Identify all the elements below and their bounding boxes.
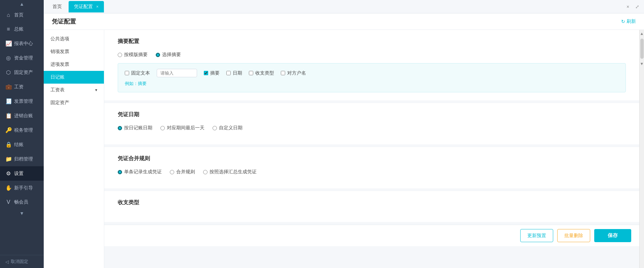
fixed-text-checkbox[interactable]	[125, 71, 129, 75]
summary-config-title: 摘要配置	[118, 38, 626, 45]
scrollbar: ▲ ▼	[639, 30, 644, 268]
left-nav-payroll[interactable]: 工资表 ▾	[44, 84, 104, 96]
voucher-date-custom[interactable]: 自定义日期	[213, 125, 242, 131]
sidebar-unpin-button[interactable]: ◁ 取消固定	[0, 255, 44, 268]
voucher-date-radio-group: 按日记账日期 对应期间最后一天 自定义日期	[118, 125, 626, 131]
left-nav-public[interactable]: 公共选项	[44, 33, 104, 45]
save-button[interactable]: 保存	[594, 229, 631, 242]
voucher-date-title: 凭证日期	[118, 111, 626, 118]
merge-rule-option[interactable]: 合并规则	[170, 169, 195, 175]
voucher-date-journal[interactable]: 按日记账日期	[118, 125, 152, 131]
merge-single-record[interactable]: 单条记录生成凭证	[118, 169, 162, 175]
sidebar-item-payroll[interactable]: 💼 工资	[0, 80, 44, 94]
tab-home[interactable]: 首页	[47, 1, 67, 12]
ledger-icon: ≡	[5, 26, 11, 32]
close-account-icon: 🔒	[5, 141, 11, 148]
sidebar-scroll-up[interactable]: ▲	[0, 0, 44, 8]
member-icon: V	[5, 199, 11, 205]
merge-selected-summary[interactable]: 按照选择汇总生成凭证	[203, 169, 257, 175]
tab-voucher-config[interactable]: 凭证配置 ×	[69, 1, 104, 12]
merge-rules-radio-group: 单条记录生成凭证 合并规则 按照选择汇总生成凭证	[118, 169, 626, 175]
refresh-button[interactable]: ↻ 刷新	[621, 18, 636, 25]
content-layout: 公共选项 销项发票 进项发票 日记账 工资表 ▾ 固定资产	[44, 30, 644, 268]
income-type-title: 收支类型	[118, 199, 626, 206]
sidebar-item-purchase[interactable]: 📋 进销台账	[0, 108, 44, 123]
sidebar-item-invoice[interactable]: 🧾 发票管理	[0, 94, 44, 108]
date-checkbox[interactable]	[226, 71, 231, 75]
summary-config-section: 摘要配置 按模版摘要 选择摘要	[104, 30, 639, 103]
sidebar-item-tax[interactable]: 🔑 税务管理	[0, 123, 44, 137]
window-controls: × ⤢	[624, 3, 641, 10]
income-type-section: 收支类型	[104, 191, 639, 225]
checkbox-fixed-text[interactable]: 固定文本	[125, 70, 150, 76]
summary-radio-select[interactable]: 选择摘要	[156, 52, 181, 58]
sidebar-item-settings[interactable]: ⚙ 设置	[0, 166, 44, 181]
scroll-up-arrow[interactable]: ▲	[639, 30, 644, 37]
window-maximize-button[interactable]: ⤢	[634, 3, 641, 10]
left-nav: 公共选项 销项发票 进项发票 日记账 工资表 ▾ 固定资产	[44, 30, 104, 268]
scroll-thumb[interactable]	[640, 39, 644, 59]
assets-icon: ⬡	[5, 69, 11, 76]
sidebar-item-member[interactable]: V 畅会员	[0, 195, 44, 209]
tab-bar: 首页 凭证配置 × × ⤢	[44, 0, 644, 13]
left-nav-sales[interactable]: 销项发票	[44, 45, 104, 58]
checkbox-date[interactable]: 日期	[226, 70, 242, 76]
summary-radio-template[interactable]: 按模版摘要	[118, 52, 148, 58]
purchase-icon: 📋	[5, 113, 11, 119]
invoice-icon: 🧾	[5, 98, 11, 104]
sidebar-item-close[interactable]: 🔒 结账	[0, 137, 44, 152]
single-record-radio[interactable]	[118, 170, 122, 174]
left-nav-purchase-invoice[interactable]: 进项发票	[44, 58, 104, 71]
pin-icon: ◁	[5, 259, 9, 264]
checkbox-counterpart[interactable]: 对方户名	[281, 70, 306, 76]
batch-delete-button[interactable]: 批量删除	[557, 229, 590, 242]
merge-rule-radio[interactable]	[170, 170, 174, 174]
refresh-icon: ↻	[621, 19, 625, 24]
summary-radio-group: 按模版摘要 选择摘要	[118, 52, 626, 58]
last-day-radio[interactable]	[160, 126, 165, 130]
sidebar-item-home[interactable]: ⌂ 首页	[0, 8, 44, 22]
voucher-date-last-day[interactable]: 对应期间最后一天	[160, 125, 204, 131]
report-icon: 📈	[5, 40, 11, 47]
sidebar-item-archive[interactable]: 📁 归档管理	[0, 152, 44, 166]
page-header: 凭证配置 ↻ 刷新	[44, 13, 644, 30]
income-type-checkbox[interactable]	[249, 71, 253, 75]
checkbox-income-type[interactable]: 收支类型	[249, 70, 274, 76]
journal-date-radio[interactable]	[118, 126, 122, 130]
sidebar-item-report[interactable]: 📈 报表中心	[0, 36, 44, 51]
example-text: 例如：摘要	[125, 81, 619, 87]
update-preview-button[interactable]: 更新预置	[520, 229, 553, 242]
tab-close-icon[interactable]: ×	[96, 4, 99, 9]
settings-icon: ⚙	[5, 170, 11, 177]
home-icon: ⌂	[5, 12, 11, 18]
summary-checkbox-area: 固定文本 摘要 日期	[118, 63, 626, 92]
merge-rules-section: 凭证合并规则 单条记录生成凭证 合并规则 按照选择汇总生成凭证	[104, 147, 639, 191]
window-close-button[interactable]: ×	[624, 3, 631, 10]
sidebar-item-guide[interactable]: ✋ 新手引导	[0, 181, 44, 195]
left-nav-journal[interactable]: 日记账	[44, 71, 104, 84]
main-area: 首页 凭证配置 × × ⤢ 凭证配置 ↻ 刷新 公共选项 销项发票 进项	[44, 0, 644, 268]
counterpart-checkbox[interactable]	[281, 71, 285, 75]
fund-icon: ◎	[5, 55, 11, 61]
custom-date-radio[interactable]	[213, 126, 217, 130]
summary-template-radio[interactable]	[118, 53, 122, 57]
sidebar-scroll-down[interactable]: ▼	[0, 209, 44, 217]
summary-select-radio[interactable]	[156, 53, 160, 57]
merge-rules-title: 凭证合并规则	[118, 155, 626, 162]
sidebar-item-fund[interactable]: ◎ 资金管理	[0, 51, 44, 65]
scroll-down-arrow[interactable]: ▼	[639, 60, 644, 68]
payroll-icon: 💼	[5, 84, 11, 90]
selected-summary-radio[interactable]	[203, 170, 207, 174]
checkbox-summary[interactable]: 摘要	[204, 70, 220, 76]
page-title: 凭证配置	[52, 17, 76, 26]
fixed-text-input[interactable]	[157, 69, 197, 77]
tax-icon: 🔑	[5, 127, 11, 133]
sidebar: ▲ ⌂ 首页 ≡ 总账 📈 报表中心 ◎ 资金管理 ⬡ 固定资产 💼 工资 🧾 …	[0, 0, 44, 268]
voucher-date-section: 凭证日期 按日记账日期 对应期间最后一天 自定义日期	[104, 103, 639, 147]
bottom-action-bar: 更新预置 批量删除 保存	[104, 225, 639, 246]
sidebar-item-assets[interactable]: ⬡ 固定资产	[0, 65, 44, 80]
sidebar-item-ledger[interactable]: ≡ 总账	[0, 22, 44, 36]
archive-icon: 📁	[5, 156, 11, 162]
summary-checkbox[interactable]	[204, 71, 208, 75]
left-nav-fixed-assets[interactable]: 固定资产	[44, 96, 104, 109]
